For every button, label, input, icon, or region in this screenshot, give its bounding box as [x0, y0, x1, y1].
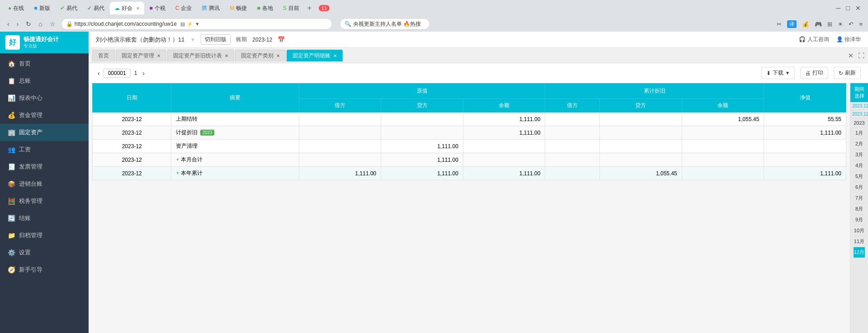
table-row: 2023-12 资产清理 1,111.00: [93, 140, 846, 153]
print-button[interactable]: 🖨 打印: [800, 67, 828, 79]
cell-accum-balance: [682, 167, 764, 180]
period-month-item[interactable]: 5月: [854, 171, 864, 182]
reload-button[interactable]: ↻: [24, 19, 33, 28]
tab-yidai2[interactable]: ✔ 易代: [83, 2, 109, 14]
menu-icon[interactable]: ≡: [859, 21, 863, 28]
tab-gedi[interactable]: ■ 各地: [252, 2, 277, 14]
sidebar-item-archive[interactable]: 📁 归档管理: [0, 227, 89, 244]
period-month-item[interactable]: 1月: [854, 128, 864, 139]
sidebar-item-capital[interactable]: 💰 资金管理: [0, 107, 89, 124]
wallet-icon[interactable]: 💰: [802, 21, 809, 28]
home-button[interactable]: ⌂: [37, 19, 44, 28]
tab-close-icon[interactable]: ✕: [333, 53, 337, 58]
tab-geshui[interactable]: ■ 个税: [145, 2, 170, 14]
tab-close-icon[interactable]: ✕: [157, 53, 160, 58]
col-orig-debit: 借方: [299, 99, 381, 113]
tab-label: 腾讯: [209, 5, 220, 12]
page-number-input[interactable]: [104, 69, 131, 78]
period-month-item[interactable]: 2023: [854, 118, 864, 128]
tab-changjie[interactable]: M 畅捷: [225, 2, 251, 14]
cut-icon[interactable]: ✂: [777, 21, 782, 28]
sidebar-item-label: 固定资产: [19, 128, 42, 136]
sidebar-item-fixed-assets[interactable]: 🏢 固定资产: [0, 124, 89, 141]
sidebar-item-label: 结账: [19, 214, 31, 222]
home-icon: 🏠: [7, 60, 15, 68]
sidebar-item-stock[interactable]: 📦 进销台账: [0, 175, 89, 192]
expand-icon[interactable]: ⛶: [858, 52, 864, 59]
period-selected-start[interactable]: 2023.12: [850, 102, 868, 110]
period-selected-end[interactable]: 2023.12: [850, 110, 868, 118]
tab-depreciation-stats[interactable]: 固定资产折旧统计表 ✕: [167, 50, 234, 61]
tab-asset-detail[interactable]: 固定资产明细账 ✕: [287, 50, 343, 61]
period-month-item[interactable]: 6月: [854, 182, 864, 193]
table-right-layout: 日期 摘要 原值 累计折旧 净值 借方 贷方 余额 借方: [89, 83, 868, 333]
print-label: 打印: [812, 69, 823, 77]
restore-icon[interactable]: □: [846, 5, 850, 12]
back-button[interactable]: ‹: [5, 19, 11, 28]
url-input[interactable]: 🔒 https://cloud.chanjet.com/accounting/u…: [61, 18, 332, 30]
refresh-button[interactable]: ↻ 刷新: [834, 67, 861, 79]
period-month-item[interactable]: 4月: [854, 160, 864, 171]
tab-xinban[interactable]: ■ 新版: [29, 2, 54, 14]
sidebar-item-reports[interactable]: 📊 报表中心: [0, 89, 89, 107]
sidebar-item-settings[interactable]: ⚙️ 设置: [0, 244, 89, 261]
sidebar-item-tax[interactable]: 🧮 税务管理: [0, 192, 89, 210]
sidebar-item-home[interactable]: 🏠 首页: [0, 55, 89, 72]
tab-asset-management[interactable]: 固定资产管理 ✕: [116, 50, 166, 61]
period-month-item[interactable]: 2月: [854, 139, 864, 150]
period-selector-header[interactable]: 期间选择: [850, 83, 868, 102]
period-month-item[interactable]: 9月: [854, 215, 864, 225]
sidebar-item-closing[interactable]: 🔄 结账: [0, 210, 89, 227]
tab-close-icon[interactable]: ✕: [225, 53, 228, 58]
tab-tencent[interactable]: 腾 腾讯: [197, 2, 224, 14]
sidebar-item-guide[interactable]: 🧭 新手引导: [0, 261, 89, 278]
company-name[interactable]: 刘小艳演示账套（勿删勿动！）11: [96, 36, 184, 44]
cell-net-value: 1,111.00: [764, 126, 846, 140]
user-label: 徐泽华: [844, 36, 861, 42]
close-all-icon[interactable]: ✕: [848, 52, 854, 59]
page-nav: ‹ 1 ›: [96, 69, 146, 78]
sun-icon[interactable]: ☀: [838, 21, 843, 28]
tab-close-icon[interactable]: ✕: [136, 6, 140, 11]
period-month-item[interactable]: 11月: [854, 236, 864, 247]
next-page-button[interactable]: ›: [141, 69, 146, 78]
game-icon[interactable]: 🎮: [815, 21, 822, 28]
col-accum-balance: 余额: [682, 99, 764, 113]
forward-button[interactable]: ›: [15, 19, 21, 28]
sidebar-item-label: 进销台账: [19, 180, 42, 188]
sidebar-item-general-ledger[interactable]: 📋 总账: [0, 72, 89, 89]
sidebar-item-invoice[interactable]: 🧾 发票管理: [0, 158, 89, 175]
cell-accum-debit: [545, 153, 600, 167]
period-month-item[interactable]: 12月: [854, 247, 864, 258]
consult-action[interactable]: 🎧 人工咨询: [799, 36, 829, 43]
period-month-item[interactable]: 7月: [854, 193, 864, 204]
download-button[interactable]: ⬇ 下载 ▼: [761, 67, 795, 79]
cell-summary: 资产清理: [171, 140, 299, 153]
switch-version-button[interactable]: 切到旧版: [201, 34, 231, 45]
add-tab-button[interactable]: +: [305, 4, 314, 12]
url-text: https://cloud.chanjet.com/accounting/uw1…: [75, 21, 177, 27]
cell-accum-balance: 1,055.45: [682, 113, 764, 126]
close-icon[interactable]: ✕: [855, 5, 861, 12]
period-month-item[interactable]: 8月: [854, 204, 864, 215]
history-icon[interactable]: ↶: [849, 21, 854, 28]
tab-haokuai[interactable]: ☁ 好会 ✕: [110, 2, 144, 14]
user-action[interactable]: 👤 徐泽华: [836, 36, 861, 43]
tab-close-icon[interactable]: ✕: [276, 53, 280, 58]
prev-page-button[interactable]: ‹: [96, 69, 102, 78]
search-box[interactable]: 🔍 央视更新主持人名单 🔥热搜: [340, 18, 430, 30]
translate-icon[interactable]: 译: [787, 20, 797, 28]
bookmark-button[interactable]: ☆: [48, 19, 57, 28]
minimize-icon[interactable]: ─: [836, 5, 841, 12]
tab-zaixin[interactable]: ● 在线: [4, 2, 28, 14]
calendar-icon[interactable]: 📅: [278, 36, 285, 43]
tab-yidai1[interactable]: ✔ 易代: [56, 2, 82, 14]
tab-asset-category[interactable]: 固定资产类别 ✕: [235, 50, 286, 61]
tab-mubiao[interactable]: S 目前: [278, 2, 304, 14]
tab-qiye[interactable]: C 企业: [171, 2, 197, 14]
period-month-item[interactable]: 3月: [854, 150, 864, 160]
tab-home[interactable]: 首页: [92, 50, 115, 61]
sidebar-item-salary[interactable]: 👥 工资: [0, 141, 89, 158]
period-month-item[interactable]: 10月: [854, 225, 864, 236]
grid-icon[interactable]: ⊞: [827, 21, 832, 28]
